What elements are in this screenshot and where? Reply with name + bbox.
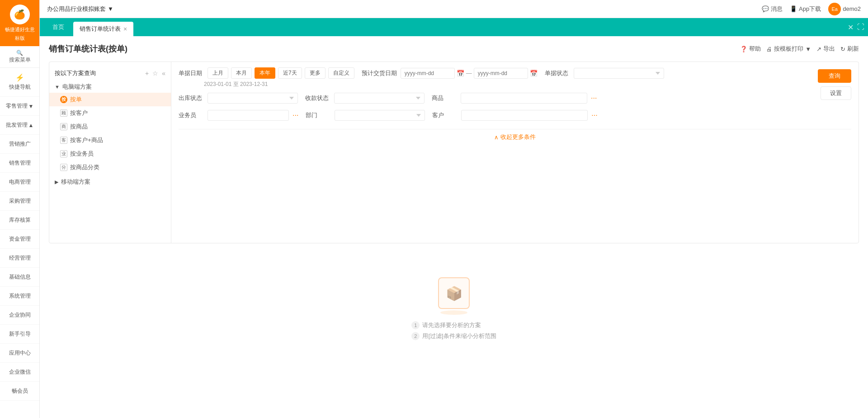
customer-input[interactable] — [461, 110, 588, 121]
scheme-label: 按业务员 — [70, 150, 94, 158]
collapse-button[interactable]: ∧ 收起更多条件 — [494, 133, 536, 141]
star-scheme-icon[interactable]: ☆ — [152, 70, 158, 77]
search-menu-item[interactable]: 🔍 搜索菜单 — [0, 46, 39, 68]
scheme-group-desktop-header[interactable]: ▼ 电脑端方案 — [49, 81, 171, 93]
goods-more-dots[interactable]: ··· — [591, 94, 597, 102]
topbar-title-text: 办公用品行业模拟账套 — [47, 5, 106, 13]
sidebar-item-retail[interactable]: 零售管理 ▼ — [0, 97, 39, 116]
help-button[interactable]: ❓ 帮助 — [740, 45, 761, 53]
logo-text: 畅捷通好生意 — [5, 26, 35, 33]
sidebar-item-ecommerce[interactable]: 电商管理 — [0, 173, 39, 192]
scheme-item-by-salesperson[interactable]: 业 按业务员 — [49, 147, 171, 161]
payment-status-select[interactable] — [334, 93, 425, 104]
tabbar: 首页 销售订单统计表 × ✕ ⛶ — [40, 18, 868, 36]
sidebar-item-sales[interactable]: 销售管理 — [0, 154, 39, 173]
scheme-item-by-order[interactable]: 按 按单 — [49, 93, 171, 106]
sidebar-item-newuser[interactable]: 新手引导 — [0, 325, 39, 344]
scheme-item-by-category[interactable]: 分 按商品分类 — [49, 161, 171, 174]
scheme-item-by-customer-goods[interactable]: 客 按客户+商品 — [49, 133, 171, 147]
sidebar-item-inventory[interactable]: 库存核算 — [0, 211, 39, 230]
expected-date-field: 预计交货日期 📅 — 📅 — [362, 68, 538, 79]
sidebar-item-appcenter[interactable]: 应用中心 — [0, 344, 39, 363]
print-icon: 🖨 — [766, 46, 772, 52]
date-btn-7days[interactable]: 近7天 — [278, 67, 302, 79]
sidebar-item-corpwechat[interactable]: 企业微信 — [0, 363, 39, 382]
date-btn-more[interactable]: 更多 — [305, 67, 326, 79]
date-btn-thisyear[interactable]: 本年 — [255, 67, 275, 79]
filter-panel: 按以下方案查询 + ☆ « ▼ 电脑端方案 — [49, 62, 859, 243]
topbar-arrow-icon[interactable]: ▼ — [108, 5, 113, 12]
tab-close-button[interactable]: × — [123, 25, 127, 33]
sidebar-nav: ⚡ 快捷导航 零售管理 ▼ 批发管理 ▲ 营销推广 销售管理 电商管理 采购管理… — [0, 68, 39, 418]
date-btn-group: 上月 本月 本年 近7天 更多 自定义 — [208, 67, 354, 79]
sidebar-item-label: 新手引导 — [9, 330, 31, 338]
sidebar-item-member[interactable]: 畅会员 — [0, 382, 39, 401]
user-profile-button[interactable]: Ea demo2 — [828, 3, 861, 15]
chevron-up-icon: ▲ — [28, 122, 34, 128]
collapse-label: 收起更多条件 — [500, 133, 536, 141]
expected-date-end[interactable] — [474, 68, 528, 79]
tab-home[interactable]: 首页 — [43, 18, 73, 36]
ship-status-select[interactable] — [208, 93, 298, 104]
date-btn-lastmonth[interactable]: 上月 — [208, 67, 228, 79]
scheme-item-by-customer[interactable]: 顾 按客户 — [49, 106, 171, 120]
sidebar-item-wholesale[interactable]: 批发管理 ▲ — [0, 116, 39, 135]
date-label: 单据日期 — [179, 69, 204, 77]
sidebar-item-finance[interactable]: 资金管理 — [0, 230, 39, 249]
filter-form-fields: 单据日期 上月 本月 本年 近7天 更多 自定义 — [179, 67, 818, 127]
sidebar-item-label: 企业微信 — [9, 368, 31, 376]
calendar-icon-end[interactable]: 📅 — [530, 70, 538, 77]
filter-row-1: 单据日期 上月 本月 本年 近7天 更多 自定义 — [179, 67, 818, 79]
sidebar-item-marketing[interactable]: 营销推广 — [0, 135, 39, 154]
query-button[interactable]: 查询 — [818, 69, 851, 83]
app-download-button[interactable]: 📱 App下载 — [790, 5, 821, 13]
salesperson-label: 业务员 — [179, 111, 204, 119]
avatar: Ea — [828, 3, 841, 15]
tip-num-1: 1 — [411, 321, 420, 329]
group-arrow-icon: ▼ — [55, 84, 60, 90]
scheme-selector-header: 按以下方案查询 + ☆ « — [49, 67, 171, 81]
group-label: 电脑端方案 — [62, 83, 92, 91]
goods-input[interactable] — [461, 93, 587, 104]
refresh-button[interactable]: ↻ 刷新 — [840, 45, 859, 53]
sidebar-item-operation[interactable]: 经营管理 — [0, 249, 39, 268]
expected-date-start[interactable] — [401, 68, 455, 79]
reset-button[interactable]: 设置 — [821, 86, 851, 100]
date-btn-custom[interactable]: 自定义 — [328, 67, 354, 79]
print-button[interactable]: 🖨 按模板打印 ▼ — [766, 45, 811, 53]
collapse-arrow-icon: ∧ — [494, 134, 499, 141]
scheme-label: 按商品分类 — [70, 163, 99, 171]
customer-more-dots[interactable]: ··· — [591, 111, 597, 119]
doc-status-select[interactable] — [574, 68, 664, 79]
collapse-scheme-icon[interactable]: « — [162, 70, 165, 77]
tab-sales-stats[interactable]: 销售订单统计表 × — [73, 22, 133, 36]
tabbar-window-controls: ✕ ⛶ — [848, 23, 864, 32]
sidebar-item-label: 采购管理 — [9, 197, 31, 205]
salesperson-input[interactable] — [208, 110, 289, 121]
sidebar-item-system[interactable]: 系统管理 — [0, 287, 39, 306]
scheme-group-mobile-header[interactable]: ▶ 移动端方案 — [49, 176, 171, 188]
sidebar-item-quicknav[interactable]: ⚡ 快捷导航 — [0, 68, 39, 97]
window-close-button[interactable]: ✕ — [848, 23, 854, 32]
sidebar-item-enterprise[interactable]: 企业协同 — [0, 306, 39, 325]
expected-date-label: 预计交货日期 — [362, 69, 397, 77]
date-btn-thismonth[interactable]: 本月 — [231, 67, 252, 79]
sidebar-item-label: 营销推广 — [9, 140, 31, 148]
scheme-icon-by-customer-goods: 客 — [60, 137, 67, 144]
help-label: 帮助 — [749, 45, 761, 53]
sidebar-item-basic[interactable]: 基础信息 — [0, 268, 39, 287]
add-scheme-icon[interactable]: + — [145, 70, 149, 77]
refresh-icon: ↻ — [840, 46, 845, 52]
salesperson-more-dots[interactable]: ··· — [292, 111, 298, 119]
tip-text-2: 用[过滤]条件来缩小分析范围 — [422, 332, 496, 340]
sidebar-item-purchase[interactable]: 采购管理 — [0, 192, 39, 211]
logo-subtitle: 标版 — [15, 35, 25, 42]
logo-area[interactable]: 🍊 畅捷通好生意 标版 — [0, 0, 39, 46]
scheme-group-desktop: ▼ 电脑端方案 按 按单 顾 按客户 — [49, 81, 171, 176]
message-button[interactable]: 💬 消息 — [762, 5, 783, 13]
window-expand-button[interactable]: ⛶ — [857, 23, 864, 32]
calendar-icon-start[interactable]: 📅 — [457, 70, 464, 77]
department-select[interactable] — [335, 110, 425, 121]
export-button[interactable]: ↗ 导出 — [816, 45, 835, 53]
scheme-item-by-goods[interactable]: 商 按商品 — [49, 120, 171, 133]
